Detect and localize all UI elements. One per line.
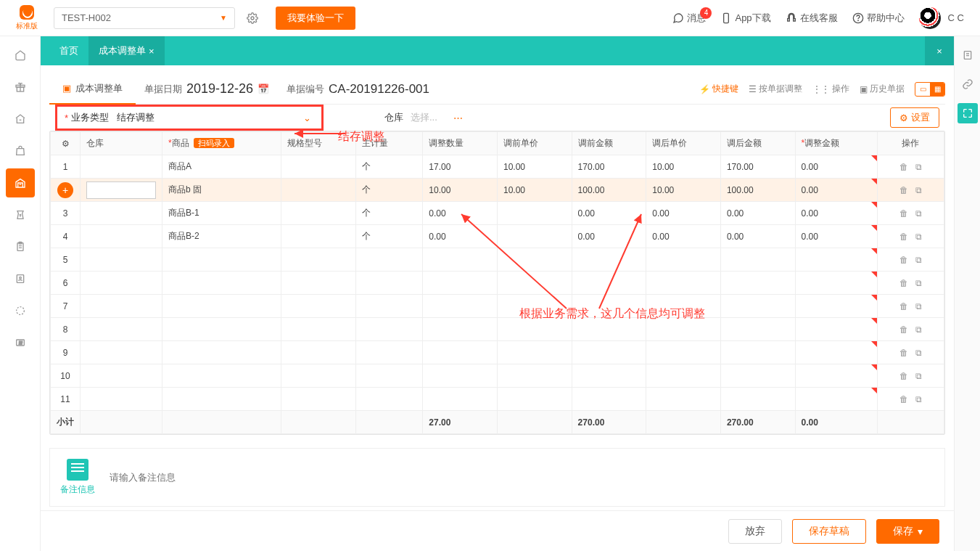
sidebar-wallet-icon[interactable] (6, 105, 35, 134)
settings-button[interactable]: ⚙设置 (890, 107, 939, 128)
business-type-select[interactable]: * 业务类型 结存调整 ⌄ (55, 105, 324, 131)
table-row[interactable]: +商品b 固个10.0010.00100.0010.00100.000.00🗑⧉ (51, 179, 944, 202)
tab-home[interactable]: 首页 (49, 36, 88, 65)
col-settings-icon[interactable]: ⚙ (51, 132, 81, 155)
warehouse-select[interactable]: 仓库 选择... ⋯ (384, 111, 463, 124)
tabs-close-all-icon[interactable]: × (925, 36, 954, 65)
rail-note-icon[interactable] (958, 45, 978, 65)
svg-point-4 (857, 20, 858, 21)
table-row[interactable]: 5🗑⧉ (51, 248, 944, 272)
user-name[interactable]: C C (948, 12, 964, 23)
online-service-button[interactable]: 在线客服 (786, 12, 838, 25)
delete-row-icon[interactable]: 🗑 (899, 301, 908, 311)
more-icon[interactable]: ⋯ (453, 113, 463, 123)
view-toggle[interactable]: ▭ ▦ (915, 82, 945, 97)
table-row[interactable]: 9🗑⧉ (51, 341, 944, 364)
copy-row-icon[interactable]: ⧉ (915, 278, 922, 288)
delete-row-icon[interactable]: 🗑 (899, 394, 908, 404)
table-row[interactable]: 8🗑⧉ (51, 318, 944, 341)
doc-number: 单据编号 CA-20191226-001 (278, 82, 438, 97)
copy-row-icon[interactable]: ⧉ (915, 255, 922, 265)
col-post-amount: 调后金额 (720, 132, 795, 155)
help-center-button[interactable]: 帮助中心 (852, 12, 905, 25)
warehouse-cell-input[interactable] (86, 181, 156, 199)
discard-button[interactable]: 放弃 (728, 519, 782, 544)
sidebar-home-icon[interactable] (6, 41, 35, 70)
col-adjust-amount: *调整金额 (795, 132, 877, 155)
sidebar-bag-icon[interactable] (6, 136, 35, 166)
app-download-button[interactable]: App下载 (720, 12, 770, 25)
notes-input[interactable] (110, 472, 934, 483)
form-row: * 业务类型 结存调整 ⌄ 仓库 选择... ⋯ ⚙设置 (49, 105, 945, 131)
sidebar-new-icon[interactable]: 新 (6, 328, 35, 357)
copy-row-icon[interactable]: ⧉ (915, 348, 922, 358)
user-avatar[interactable] (919, 7, 941, 29)
table-row[interactable]: 3商品B-1个0.000.000.000.000.00🗑⧉ (51, 202, 944, 225)
tabs-bar: 首页 成本调整单 × × (41, 36, 954, 65)
copy-row-icon[interactable]: ⧉ (915, 162, 922, 172)
delete-row-icon[interactable]: 🗑 (899, 185, 908, 195)
delete-row-icon[interactable]: 🗑 (899, 278, 908, 288)
view-grid-icon[interactable]: ▦ (930, 83, 944, 96)
save-draft-button[interactable]: 保存草稿 (792, 519, 866, 544)
copy-row-icon[interactable]: ⧉ (915, 325, 922, 335)
sidebar-gift-icon[interactable] (6, 73, 35, 102)
col-adjust-qty: 调整数量 (423, 132, 498, 155)
table-row[interactable]: 1商品A个17.0010.00170.0010.00170.000.00🗑⧉ (51, 155, 944, 179)
delete-row-icon[interactable]: 🗑 (899, 208, 908, 219)
notes-section: 备注信息 (49, 448, 945, 507)
top-header: 标准版 TEST-H002 ▼ 我要体验一下 消息 4 App下载 在线客服 帮… (0, 0, 980, 36)
grid-header-row: ⚙ 仓库 *商品扫码录入 规格型号 主计量 调整数量 调前单价 调前金额 调后单… (51, 132, 944, 155)
rail-expand-icon[interactable] (958, 103, 978, 123)
table-row[interactable]: 4商品B-2个0.000.000.000.000.00🗑⧉ (51, 225, 944, 248)
table-row[interactable]: 10🗑⧉ (51, 364, 944, 388)
copy-row-icon[interactable]: ⧉ (915, 394, 922, 404)
sidebar-loading-icon[interactable] (6, 296, 35, 325)
delete-row-icon[interactable]: 🗑 (899, 232, 908, 242)
tab-cost-adjustment[interactable]: 成本调整单 × (88, 36, 165, 65)
col-pre-amount: 调前金额 (572, 132, 646, 155)
delete-row-icon[interactable]: 🗑 (899, 162, 908, 172)
by-doc-adjust-button[interactable]: ☰按单据调整 (749, 83, 802, 95)
sidebar-warehouse-icon[interactable] (6, 168, 35, 197)
svg-point-10 (19, 277, 21, 279)
copy-row-icon[interactable]: ⧉ (915, 232, 922, 242)
delete-row-icon[interactable]: 🗑 (899, 325, 908, 335)
table-row[interactable]: 11🗑⧉ (51, 388, 944, 411)
settings-gear-icon[interactable] (244, 9, 261, 27)
copy-row-icon[interactable]: ⧉ (915, 301, 922, 311)
delete-row-icon[interactable]: 🗑 (899, 371, 908, 381)
table-row[interactable]: 7🗑⧉ (51, 295, 944, 318)
col-ops: 操作 (877, 132, 944, 155)
col-spec: 规格型号 (281, 132, 356, 155)
save-button[interactable]: 保存▾ (876, 519, 939, 544)
view-single-icon[interactable]: ▭ (915, 83, 930, 96)
copy-row-icon[interactable]: ⧉ (915, 185, 922, 195)
copy-row-icon[interactable]: ⧉ (915, 371, 922, 381)
shortcut-button[interactable]: ⚡快捷键 (699, 83, 738, 95)
sidebar-money-icon[interactable] (6, 200, 35, 229)
org-selector[interactable]: TEST-H002 ▼ (54, 7, 235, 29)
doc-date[interactable]: 单据日期 2019-12-26 📅 (136, 81, 278, 97)
table-row[interactable]: 6🗑⧉ (51, 272, 944, 295)
scan-entry-button[interactable]: 扫码录入 (194, 138, 234, 148)
rail-link-icon[interactable] (958, 74, 978, 94)
delete-row-icon[interactable]: 🗑 (899, 255, 908, 265)
tab-close-icon[interactable]: × (149, 46, 155, 57)
subtotal-row: 小计 27.00 270.00 270.00 0.00 (51, 411, 944, 434)
history-button[interactable]: ▣历史单据 (860, 83, 905, 95)
calendar-icon: 📅 (258, 83, 269, 94)
messages-button[interactable]: 消息 4 (672, 12, 706, 25)
svg-rect-1 (724, 13, 729, 23)
try-experience-button[interactable]: 我要体验一下 (276, 7, 355, 30)
notes-icon: 备注信息 (60, 459, 95, 496)
chevron-down-icon: ⌄ (303, 113, 311, 123)
add-row-button[interactable]: + (57, 182, 73, 198)
copy-row-icon[interactable]: ⧉ (915, 208, 922, 219)
operation-button[interactable]: ⋮⋮操作 (812, 83, 849, 95)
sidebar-clipboard-icon[interactable] (6, 232, 35, 261)
delete-row-icon[interactable]: 🗑 (899, 348, 908, 358)
brand-logo: 标准版 (9, 5, 45, 31)
sidebar-user-doc-icon[interactable] (6, 264, 35, 293)
col-pre-price: 调前单价 (497, 132, 572, 155)
